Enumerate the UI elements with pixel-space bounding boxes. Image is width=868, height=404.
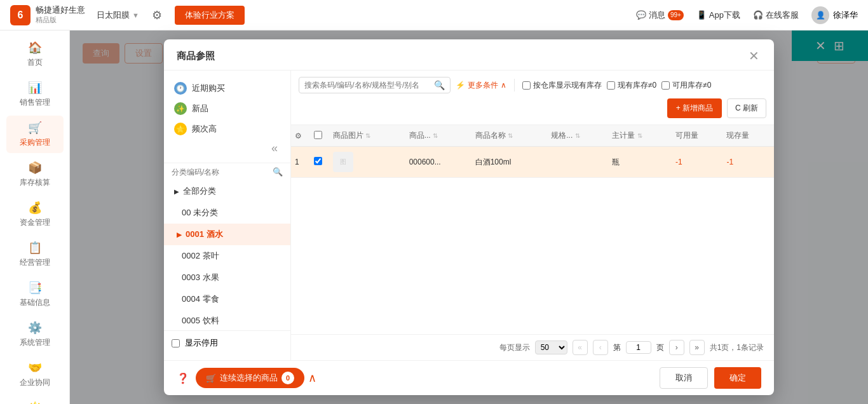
sidebar-item-guide[interactable]: 🌟 新手引导 — [6, 396, 64, 404]
sidebar-item-sales[interactable]: 📊 销售管理 — [6, 76, 64, 113]
cart-count: 0 — [281, 372, 294, 384]
cart-button[interactable]: 🛒 连续选择的商品 0 — [196, 368, 304, 388]
warehouse-filter[interactable]: 按仓库显示现有库存 — [522, 80, 602, 91]
row-name: 白酒100ml — [471, 147, 548, 178]
trial-button[interactable]: 体验行业方案 — [175, 6, 245, 25]
col-settings[interactable]: ⚙ — [291, 125, 310, 147]
add-product-button[interactable]: + 新增商品 — [667, 98, 722, 118]
row-stock: -1 — [722, 147, 774, 178]
continuous-select-label: 连续选择的商品 — [220, 372, 278, 384]
category-search-input[interactable] — [172, 168, 269, 177]
col-spec[interactable]: 规格... ⇅ — [547, 125, 608, 147]
home-icon: 🏠 — [28, 41, 42, 55]
quick-filters: 🕐 近期购买 ✨ 新品 ⭐ 频次高 — [164, 76, 290, 163]
category-search-icon[interactable]: 🔍 — [273, 167, 283, 177]
next-page-button[interactable]: › — [669, 340, 684, 355]
category-liquor[interactable]: ▶ 0001 酒水 — [164, 224, 290, 245]
dialog-close-button[interactable]: ✕ — [746, 48, 761, 64]
col-name[interactable]: 商品名称 ⇅ — [471, 125, 548, 147]
system-icon: ⚙️ — [28, 321, 42, 335]
show-disabled-checkbox[interactable] — [172, 339, 180, 347]
category-tea[interactable]: 0002 茶叶 — [164, 245, 290, 267]
active-tri-icon: ▶ — [177, 231, 182, 238]
sidebar-item-purchase[interactable]: 🛒 采购管理 — [6, 116, 64, 153]
sidebar: 🏠 首页 📊 销售管理 🛒 采购管理 📦 库存核算 💰 资金管理 📋 经营管理 … — [0, 30, 70, 404]
footer-collapse-icon[interactable]: ∧ — [308, 371, 316, 385]
footer-right: 取消 确定 — [660, 367, 761, 389]
toolbar-right: + 新增商品 C 刷新 — [667, 98, 766, 118]
topbar: 6 畅捷通好生意 精品版 日太阳膜 ▼ ⚙ 体验行业方案 💬 消息 99+ 📱 … — [0, 0, 868, 30]
logo-area: 6 畅捷通好生意 精品版 — [10, 5, 86, 25]
separator — [514, 79, 515, 91]
message-button[interactable]: 💬 消息 99+ — [636, 10, 684, 21]
filter-recent[interactable]: 🕐 近期购买 — [172, 78, 283, 98]
dialog-footer: ❓ 🛒 连续选择的商品 0 ∧ 取消 确定 — [164, 360, 774, 395]
available-nonzero-checkbox[interactable] — [661, 81, 670, 90]
search-icon[interactable]: 🔍 — [434, 80, 445, 90]
sidebar-item-system[interactable]: ⚙️ 系统管理 — [6, 316, 64, 353]
category-all[interactable]: ▶ 全部分类 — [164, 180, 290, 202]
stock-nonzero-checkbox[interactable] — [607, 81, 615, 90]
purchase-icon: 🛒 — [28, 121, 42, 135]
filter-freq[interactable]: ⭐ 频次高 — [172, 119, 283, 139]
available-nonzero-filter[interactable]: 可用库存≠0 — [661, 80, 711, 91]
sidebar-item-inventory[interactable]: 📦 库存核算 — [6, 156, 64, 193]
col-img[interactable]: 商品图片 ⇅ — [329, 125, 405, 147]
per-page-select[interactable]: 50 100 — [535, 340, 567, 354]
row-img: 图 — [329, 147, 405, 178]
col-stock: 现存量 — [722, 125, 774, 147]
show-disabled-label[interactable]: 显示停用 — [185, 337, 218, 349]
online-service-button[interactable]: 🎧 在线客服 — [753, 10, 799, 21]
show-disabled-area: 显示停用 — [164, 330, 290, 355]
more-filter-button[interactable]: ⚡ 更多条件 ∧ — [456, 80, 506, 91]
page-input[interactable] — [626, 341, 651, 354]
nav-selector[interactable]: 日太阳膜 ▼ — [97, 10, 139, 21]
product-table: ⚙ 商品图片 ⇅ — [291, 125, 774, 178]
category-uncategorized[interactable]: 00 未分类 — [164, 202, 290, 224]
sidebar-item-home[interactable]: 🏠 首页 — [6, 36, 64, 73]
product-image: 图 — [333, 152, 353, 172]
select-all-checkbox[interactable] — [314, 131, 322, 139]
main-layout: 🏠 首页 📊 销售管理 🛒 采购管理 📦 库存核算 💰 资金管理 📋 经营管理 … — [0, 30, 868, 404]
sidebar-item-finance[interactable]: 💰 资金管理 — [6, 196, 64, 233]
collapse-left-button[interactable]: « — [266, 139, 283, 158]
guide-icon: 🌟 — [28, 401, 42, 404]
col-available: 可用量 — [672, 125, 722, 147]
confirm-button[interactable]: 确定 — [714, 367, 761, 389]
row-idx: 1 — [291, 147, 310, 178]
col-unit[interactable]: 主计量 ⇅ — [608, 125, 672, 147]
dialog-left-panel: 🕐 近期购买 ✨ 新品 ⭐ 频次高 — [164, 71, 291, 360]
table-row[interactable]: 1 图 000600... — [291, 147, 774, 178]
help-icon[interactable]: ❓ — [177, 372, 189, 384]
sidebar-item-basic[interactable]: 📑 基础信息 — [6, 276, 64, 313]
sort-icon: ⇅ — [637, 132, 642, 139]
sidebar-item-operation[interactable]: 📋 经营管理 — [6, 236, 64, 273]
dialog-title: 商品参照 — [177, 50, 215, 62]
cancel-button[interactable]: 取消 — [660, 367, 708, 389]
filter-new[interactable]: ✨ 新品 — [172, 98, 283, 119]
prev-page-button[interactable]: ‹ — [593, 340, 608, 355]
stock-nonzero-filter[interactable]: 现有库存≠0 — [607, 80, 656, 91]
message-badge: 99+ — [668, 10, 684, 20]
refresh-button[interactable]: C 刷新 — [727, 98, 766, 118]
warehouse-checkbox[interactable] — [522, 81, 531, 90]
app-download-button[interactable]: 📱 App下载 — [696, 10, 740, 21]
category-drink[interactable]: 0005 饮料 — [164, 310, 290, 330]
col-code[interactable]: 商品... ⇅ — [405, 125, 471, 147]
category-fruit[interactable]: 0003 水果 — [164, 267, 290, 288]
settings-icon[interactable]: ⚙ — [147, 5, 167, 25]
basic-icon: 📑 — [28, 281, 42, 295]
category-snack[interactable]: 0004 零食 — [164, 288, 290, 310]
first-page-button[interactable]: « — [573, 340, 588, 355]
sidebar-item-label: 企业协同 — [20, 377, 50, 388]
row-checkbox[interactable] — [314, 157, 322, 165]
sidebar-item-corp[interactable]: 🤝 企业协同 — [6, 356, 64, 393]
page-suffix: 页 — [656, 342, 664, 353]
last-page-button[interactable]: » — [689, 340, 705, 355]
new-icon: ✨ — [174, 102, 187, 115]
brand-sub: 精品版 — [36, 15, 85, 25]
app-icon: 📱 — [696, 10, 707, 20]
user-area[interactable]: 👤 徐泽华 — [811, 6, 858, 24]
search-input[interactable] — [304, 81, 431, 90]
sidebar-item-label: 经营管理 — [20, 257, 50, 268]
